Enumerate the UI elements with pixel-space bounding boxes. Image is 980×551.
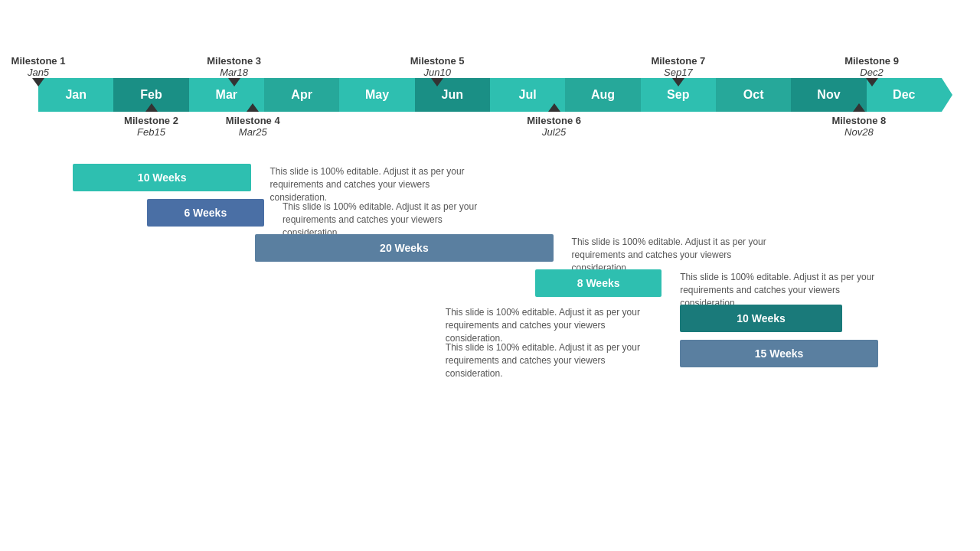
milestone-date: Jan5 bbox=[11, 67, 66, 78]
milestone-label: Milestone 3 bbox=[207, 55, 261, 67]
milestone-label: Milestone 2 bbox=[124, 115, 178, 126]
milestone-label: Milestone 9 bbox=[844, 55, 899, 67]
marker-below bbox=[853, 103, 865, 112]
milestone-below-milestone-8: Milestone 8Nov28 bbox=[831, 115, 886, 138]
duration-description: This slide is 100% editable. Adjust it a… bbox=[435, 306, 672, 344]
marker-below bbox=[145, 103, 158, 112]
timeline-bar: JanFebMarAprMayJunJulAugSepOctNovDec bbox=[38, 78, 942, 112]
duration-bar: 20 Weeks bbox=[255, 234, 553, 262]
milestone-above-milestone-3: Milestone 3Mar18 bbox=[207, 55, 261, 78]
milestones-below: Milestone 2Feb15Milestone 4Mar25Mileston… bbox=[38, 112, 942, 152]
milestone-label: Milestone 4 bbox=[226, 115, 280, 126]
milestone-date: Feb15 bbox=[124, 126, 178, 138]
duration-row-2: 20 WeeksThis slide is 100% editable. Adj… bbox=[38, 234, 942, 262]
milestone-date: Mar18 bbox=[207, 67, 261, 78]
duration-description: This slide is 100% editable. Adjust it a… bbox=[259, 165, 496, 204]
milestone-below-milestone-2: Milestone 2Feb15 bbox=[124, 115, 178, 138]
month-cell-may: May bbox=[339, 78, 414, 112]
milestone-date: Dec2 bbox=[844, 67, 899, 78]
milestone-above-milestone-1: Milestone 1Jan5 bbox=[11, 55, 66, 78]
duration-bar: 8 Weeks bbox=[535, 269, 662, 297]
milestone-above-milestone-9: Milestone 9Dec2 bbox=[844, 55, 899, 78]
marker-above bbox=[32, 78, 44, 86]
month-cell-aug: Aug bbox=[565, 78, 640, 112]
milestone-above-milestone-7: Milestone 7Sep17 bbox=[651, 55, 705, 78]
duration-row-3: 8 WeeksThis slide is 100% editable. Adju… bbox=[38, 269, 942, 297]
marker-above bbox=[866, 78, 878, 86]
milestone-date: Sep17 bbox=[651, 67, 705, 78]
month-cell-jan: Jan bbox=[38, 78, 113, 112]
milestone-date: Jun10 bbox=[410, 67, 465, 78]
duration-row-1: 6 WeeksThis slide is 100% editable. Adju… bbox=[38, 199, 942, 227]
milestone-below-milestone-4: Milestone 4Mar25 bbox=[226, 115, 280, 138]
duration-section: 10 WeeksThis slide is 100% editable. Adj… bbox=[38, 164, 942, 367]
milestone-label: Milestone 7 bbox=[651, 55, 705, 67]
duration-bar: 6 Weeks bbox=[147, 199, 264, 227]
milestone-label: Milestone 1 bbox=[11, 55, 66, 67]
marker-above bbox=[228, 78, 240, 86]
milestone-label: Milestone 8 bbox=[831, 115, 886, 126]
duration-description: This slide is 100% editable. Adjust it a… bbox=[272, 201, 509, 239]
month-cell-oct: Oct bbox=[716, 78, 791, 112]
duration-row-4: This slide is 100% editable. Adjust it a… bbox=[38, 305, 942, 332]
milestone-below-milestone-6: Milestone 6Jul25 bbox=[527, 115, 581, 138]
marker-below bbox=[548, 103, 560, 112]
duration-row-5: This slide is 100% editable. Adjust it a… bbox=[38, 340, 942, 367]
month-cell-jun: Jun bbox=[415, 78, 490, 112]
duration-bar: 10 Weeks bbox=[73, 164, 252, 191]
slide: Milestone 1Jan5Milestone 3Mar18Milestone… bbox=[0, 0, 980, 551]
marker-above bbox=[431, 78, 443, 86]
milestone-date: Jul25 bbox=[527, 126, 581, 138]
duration-bar: 10 Weeks bbox=[680, 305, 842, 332]
milestone-label: Milestone 5 bbox=[410, 55, 465, 67]
milestone-date: Nov28 bbox=[831, 126, 886, 138]
timeline-area: Milestone 1Jan5Milestone 3Mar18Milestone… bbox=[38, 38, 942, 152]
marker-below bbox=[247, 103, 259, 112]
duration-bar: 15 Weeks bbox=[680, 340, 879, 367]
duration-description: This slide is 100% editable. Adjust it a… bbox=[561, 236, 799, 274]
marker-above bbox=[672, 78, 684, 86]
milestone-above-milestone-5: Milestone 5Jun10 bbox=[410, 55, 465, 78]
month-cell-apr: Apr bbox=[264, 78, 339, 112]
milestones-above: Milestone 1Jan5Milestone 3Mar18Milestone… bbox=[38, 38, 942, 78]
milestone-label: Milestone 6 bbox=[527, 115, 581, 126]
duration-row-0: 10 WeeksThis slide is 100% editable. Adj… bbox=[38, 164, 942, 191]
duration-description: This slide is 100% editable. Adjust it a… bbox=[669, 271, 906, 309]
milestone-date: Mar25 bbox=[226, 126, 280, 138]
duration-description: This slide is 100% editable. Adjust it a… bbox=[435, 341, 672, 380]
